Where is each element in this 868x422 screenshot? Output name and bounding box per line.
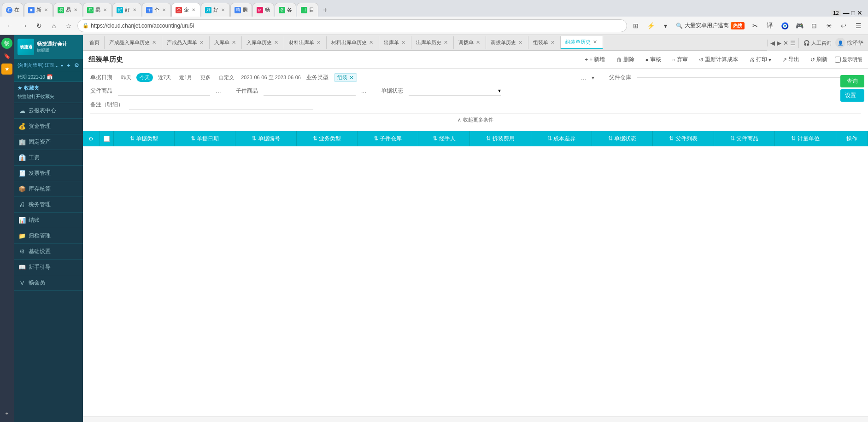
browser-tab-5[interactable]: 好 好 ✕ <box>112 3 141 17</box>
th-settings[interactable]: ⚙ <box>83 131 100 146</box>
home-button[interactable]: ⌂ <box>48 20 60 32</box>
app-tab-10-close[interactable]: ✕ <box>517 40 523 46</box>
bill-status-select[interactable]: ▾ <box>409 86 501 96</box>
browser-tab-6[interactable]: 个 个 ✕ <box>142 3 171 17</box>
app-tab-8-close[interactable]: ✕ <box>443 40 449 46</box>
tab-close-7[interactable]: ✕ <box>191 7 196 13</box>
bookmark-button[interactable]: ☆ <box>63 20 75 32</box>
th-cost-diff[interactable]: ⇅ 成本差异 <box>531 131 592 146</box>
app-tab-1[interactable]: 产成品入库单历史 ✕ <box>105 36 162 49</box>
app-tab-home[interactable]: 首页 <box>85 36 105 49</box>
icon-sidebar-item-0[interactable]: 畅 <box>1 38 12 49</box>
add-company-icon[interactable]: + <box>67 62 70 69</box>
browser-tab-1[interactable]: 在 在 <box>2 3 23 17</box>
browser-tab-10[interactable]: M 畅 <box>252 3 274 17</box>
tab-close-2[interactable]: ✕ <box>43 7 49 13</box>
th-unit[interactable]: ⇅ 计量单位 <box>775 131 836 146</box>
app-tab-6-close[interactable]: ✕ <box>368 40 374 46</box>
nav-item-invoice[interactable]: 🧾 发票管理 <box>14 166 83 181</box>
th-disassemble-cost[interactable]: ⇅ 拆装费用 <box>470 131 531 146</box>
close-button[interactable]: ✕ <box>857 9 862 17</box>
app-tab-3[interactable]: 入库单 ✕ <box>210 36 242 49</box>
child-goods-dots[interactable]: ... <box>361 87 367 94</box>
filter-settings-button[interactable]: 设置 <box>840 89 864 102</box>
address-box[interactable]: 🔒 https://cloud.chanjet.com/accounting/u… <box>77 19 627 32</box>
app-tab-5[interactable]: 材料出库单 ✕ <box>284 36 327 49</box>
browser-tab-2[interactable]: ■ 新 ✕ <box>24 3 53 17</box>
browser-tab-4[interactable]: 易 易 ✕ <box>83 3 112 17</box>
app-tab-6[interactable]: 材料出库单历史 ✕ <box>327 36 379 49</box>
flash-button[interactable]: ⚡ <box>645 20 657 32</box>
tab-close-4[interactable]: ✕ <box>102 7 108 13</box>
app-tab-3-close[interactable]: ✕ <box>231 40 237 46</box>
nav-item-membership[interactable]: V 畅会员 <box>14 275 83 291</box>
select-all-checkbox[interactable] <box>104 136 110 142</box>
app-tab-5-close[interactable]: ✕ <box>316 40 322 46</box>
child-goods-input[interactable] <box>264 86 356 96</box>
app-tab-4[interactable]: 入库单历史 ✕ <box>242 36 284 49</box>
app-tab-9[interactable]: 调拨单 ✕ <box>454 36 486 49</box>
undo-button[interactable]: ↩ <box>838 20 850 32</box>
tab-close-6[interactable]: ✕ <box>161 7 167 13</box>
browser-tab-8[interactable]: 好 好 ✕ <box>201 3 230 17</box>
th-bill-date[interactable]: ⇅ 单据日期 <box>174 131 235 146</box>
browser-tab-7[interactable]: 企 企 ✕ <box>171 3 200 17</box>
scissors-button[interactable]: ✂ <box>749 20 761 32</box>
translate-button[interactable]: 译 <box>764 20 776 32</box>
app-tab-12[interactable]: 组装单历史 ✕ <box>561 36 603 49</box>
print-button[interactable]: 🖨 打印 ▾ <box>745 54 775 65</box>
th-handler[interactable]: ⇅ 经手人 <box>418 131 470 146</box>
th-business-type[interactable]: ⇅ 业务类型 <box>296 131 357 146</box>
customer-service-button[interactable]: 🎧 人工咨询 <box>803 40 832 46</box>
business-type-dropdown[interactable]: ▾ <box>592 75 594 81</box>
date-btn-custom[interactable]: 自定义 <box>216 73 237 82</box>
tab-close-3[interactable]: ✕ <box>73 7 78 13</box>
back-button[interactable]: ← <box>4 20 16 32</box>
favorites-link[interactable]: 快捷键打开收藏夹 <box>18 93 79 100</box>
tab-scroll-left[interactable]: ◀ <box>770 40 775 46</box>
approve-button[interactable]: ● 审核 <box>642 54 665 65</box>
nav-item-payroll[interactable]: 👔 工资 <box>14 150 83 166</box>
export-button[interactable]: ↗ 导出 <box>779 54 803 65</box>
nav-item-cloud-report[interactable]: ☁ 云报表中心 <box>14 103 83 119</box>
refresh-button[interactable]: ↺ 刷新 <box>807 54 831 65</box>
app-tab-12-close[interactable]: ✕ <box>592 39 598 45</box>
split-button[interactable]: ⊟ <box>808 20 820 32</box>
icon-sidebar-bottom[interactable]: + <box>1 408 12 419</box>
menu-button[interactable]: ☰ <box>852 20 864 32</box>
app-tab-10[interactable]: 调拨单历史 ✕ <box>486 36 528 49</box>
nav-item-fixed-assets[interactable]: 🏢 固定资产 <box>14 134 83 150</box>
app-tab-7[interactable]: 出库单 ✕ <box>379 36 411 49</box>
reload-button[interactable]: ↻ <box>33 20 45 32</box>
app-tab-8[interactable]: 出库单历史 ✕ <box>411 36 454 49</box>
maximize-button[interactable]: □ <box>851 9 855 17</box>
business-type-more-dots[interactable]: ... <box>581 74 586 81</box>
tab-count-badge[interactable]: 12 <box>831 10 841 16</box>
display-detail-checkbox[interactable] <box>835 57 841 63</box>
browser-tab-12[interactable]: 目 目 <box>297 3 318 17</box>
nav-item-tax[interactable]: 🖨 税务管理 <box>14 197 83 213</box>
company-selector[interactable]: (勿删勿禁用) 江西服宝测试专用 ▾ + ⚙ <box>14 59 83 72</box>
app-tab-11-close[interactable]: ✕ <box>550 40 556 46</box>
nav-item-archive[interactable]: 📁 归档管理 <box>14 228 83 244</box>
app-tab-7-close[interactable]: ✕ <box>400 40 406 46</box>
date-btn-today[interactable]: 今天 <box>136 73 153 82</box>
icon-sidebar-item-1[interactable]: 🔖 <box>1 51 12 62</box>
note-input[interactable] <box>129 99 313 110</box>
app-tab-11[interactable]: 组装单 ✕ <box>528 36 561 49</box>
nav-item-guide[interactable]: 📖 新手引导 <box>14 260 83 275</box>
app-tab-9-close[interactable]: ✕ <box>475 40 481 46</box>
new-tab-button[interactable]: + <box>319 4 332 17</box>
app-tab-2-close[interactable]: ✕ <box>199 40 205 46</box>
dropdown-button[interactable]: ▾ <box>659 20 671 32</box>
minimize-button[interactable]: — <box>843 9 850 17</box>
th-bill-type[interactable]: ⇅ 单据类型 <box>113 131 174 146</box>
tab-menu[interactable]: ☰ <box>790 40 796 46</box>
th-bill-status[interactable]: ⇅ 单据状态 <box>592 131 653 146</box>
horizontal-scrollbar[interactable] <box>83 416 868 422</box>
th-parent-goods[interactable]: ⇅ 父件商品 <box>714 131 774 146</box>
extension2-button[interactable]: 🎮 <box>793 20 805 32</box>
delete-button[interactable]: 🗑 删除 <box>613 54 638 65</box>
date-btn-yesterday[interactable]: 昨天 <box>118 73 135 82</box>
grid-button[interactable]: ⊞ <box>630 20 642 32</box>
